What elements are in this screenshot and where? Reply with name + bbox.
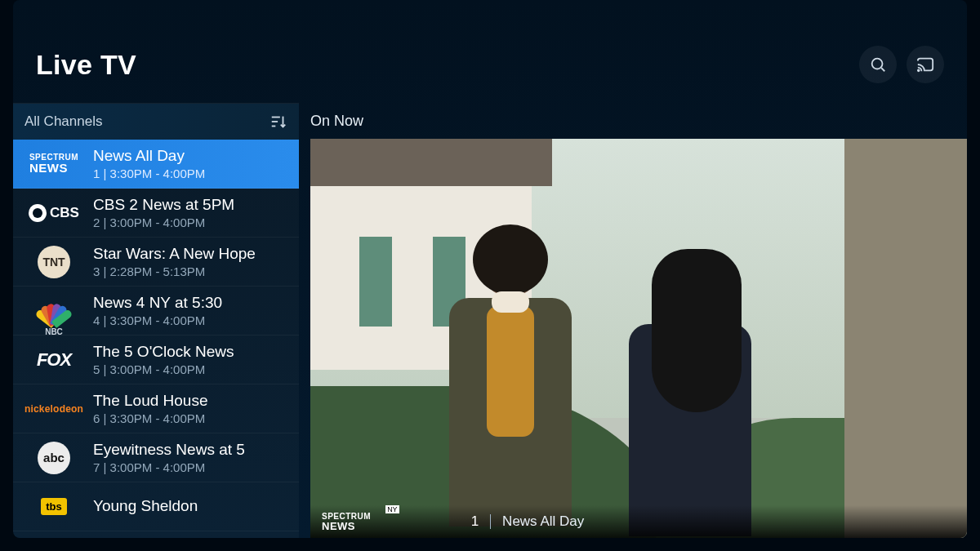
channel-logo: tbs bbox=[23, 491, 85, 523]
header: Live TV bbox=[13, 46, 967, 83]
channel-row[interactable]: TNTStar Wars: A New Hope3 | 2:28PM - 5:1… bbox=[13, 238, 299, 287]
main-area: On Now SPE bbox=[299, 103, 967, 538]
channel-row[interactable]: FOXThe 5 O'Clock News5 | 3:00PM - 4:00PM bbox=[13, 335, 299, 384]
search-button[interactable] bbox=[859, 46, 897, 83]
overlay-program-title: News All Day bbox=[502, 513, 956, 530]
channel-logo: CBS bbox=[23, 197, 85, 229]
overlay-region-badge: NY bbox=[385, 505, 399, 513]
program-subtitle: 7 | 3:00PM - 4:00PM bbox=[93, 460, 245, 474]
tnt-logo: TNT bbox=[38, 246, 70, 278]
channel-logo: FOX bbox=[23, 344, 85, 376]
program-title: News 4 NY at 5:30 bbox=[93, 294, 222, 312]
abc-logo: abc bbox=[38, 442, 70, 474]
player-overlay: SPECTRUM NEWS NY 1 News All Day bbox=[310, 505, 967, 538]
program-subtitle: 4 | 3:30PM - 4:00PM bbox=[93, 313, 222, 327]
channel-meta: Young Sheldon bbox=[93, 497, 198, 517]
channel-row[interactable]: CBSCBS 2 News at 5PM2 | 3:00PM - 4:00PM bbox=[13, 189, 299, 238]
channel-row[interactable]: abcEyewitness News at 57 | 3:00PM - 4:00… bbox=[13, 433, 299, 482]
overlay-channel-number: 1 bbox=[471, 513, 479, 530]
channel-meta: Star Wars: A New Hope3 | 2:28PM - 5:13PM bbox=[93, 245, 256, 278]
nickelodeon-logo: nickelodeon bbox=[24, 403, 83, 415]
program-subtitle: 3 | 2:28PM - 5:13PM bbox=[93, 264, 256, 278]
cbs-logo: CBS bbox=[29, 204, 79, 222]
program-subtitle: 6 | 3:30PM - 4:00PM bbox=[93, 411, 208, 425]
program-title: The 5 O'Clock News bbox=[93, 343, 234, 361]
cast-button[interactable] bbox=[906, 46, 944, 83]
search-icon bbox=[869, 56, 887, 73]
page-title: Live TV bbox=[36, 49, 849, 81]
channel-row[interactable]: nickelodeonThe Loud House6 | 3:30PM - 4:… bbox=[13, 384, 299, 433]
channel-meta: Eyewitness News at 57 | 3:00PM - 4:00PM bbox=[93, 441, 245, 474]
program-title: Young Sheldon bbox=[93, 497, 198, 515]
program-title: News All Day bbox=[93, 147, 205, 165]
channel-row[interactable]: tbsYoung Sheldon bbox=[13, 482, 299, 531]
channel-meta: News All Day1 | 3:30PM - 4:00PM bbox=[93, 147, 205, 180]
tbs-logo: tbs bbox=[41, 498, 67, 515]
sort-icon bbox=[270, 113, 287, 131]
channel-sidebar: All Channels SPECTRUMNEWSNews All Day1 |… bbox=[13, 103, 299, 538]
channel-meta: News 4 NY at 5:304 | 3:30PM - 4:00PM bbox=[93, 294, 222, 327]
program-subtitle: 5 | 3:00PM - 4:00PM bbox=[93, 362, 234, 376]
nbc-logo: NBC bbox=[36, 297, 72, 325]
channel-meta: CBS 2 News at 5PM2 | 3:00PM - 4:00PM bbox=[93, 196, 234, 229]
channel-logo: abc bbox=[23, 442, 85, 474]
program-title: The Loud House bbox=[93, 392, 208, 410]
channel-meta: The Loud House6 | 3:30PM - 4:00PM bbox=[93, 392, 208, 425]
channel-filter[interactable]: All Channels bbox=[13, 104, 299, 140]
program-title: CBS 2 News at 5PM bbox=[93, 196, 234, 214]
on-now-label: On Now bbox=[310, 103, 967, 139]
channel-logo: SPECTRUMNEWS bbox=[23, 148, 85, 180]
content: All Channels SPECTRUMNEWSNews All Day1 |… bbox=[13, 103, 967, 538]
program-subtitle: 2 | 3:00PM - 4:00PM bbox=[93, 216, 234, 229]
video-player[interactable]: SPECTRUM NEWS NY 1 News All Day bbox=[310, 139, 967, 538]
channel-row[interactable]: SPECTRUMNEWSNews All Day1 | 3:30PM - 4:0… bbox=[13, 140, 299, 189]
channel-logo: TNT bbox=[23, 246, 85, 278]
program-title: Star Wars: A New Hope bbox=[93, 245, 256, 263]
program-subtitle: 1 | 3:30PM - 4:00PM bbox=[93, 167, 205, 180]
channel-meta: The 5 O'Clock News5 | 3:00PM - 4:00PM bbox=[93, 343, 234, 376]
channel-row[interactable]: NBCNews 4 NY at 5:304 | 3:30PM - 4:00PM bbox=[13, 287, 299, 335]
app-frame: Live TV All Channels SPECTRUMNEWSNews Al… bbox=[13, 0, 967, 538]
channel-list[interactable]: SPECTRUMNEWSNews All Day1 | 3:30PM - 4:0… bbox=[13, 140, 299, 538]
cast-icon bbox=[916, 56, 934, 73]
overlay-channel-logo: SPECTRUM NEWS bbox=[322, 513, 371, 531]
channel-filter-label: All Channels bbox=[24, 113, 102, 130]
spectrum-news-logo: SPECTRUMNEWS bbox=[29, 153, 78, 174]
channel-logo: NBC bbox=[23, 295, 85, 327]
channel-logo: nickelodeon bbox=[23, 393, 85, 425]
program-title: Eyewitness News at 5 bbox=[93, 441, 245, 459]
svg-point-2 bbox=[918, 69, 920, 71]
fox-logo: FOX bbox=[37, 349, 71, 371]
svg-line-1 bbox=[881, 68, 884, 71]
svg-point-0 bbox=[872, 59, 883, 69]
